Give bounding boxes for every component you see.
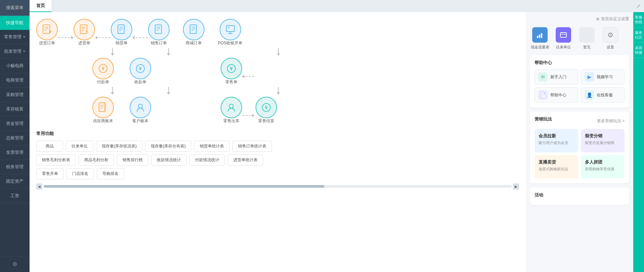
sales-icon[interactable] (111, 19, 132, 40)
retail-settle-icon[interactable]: ¥ (256, 97, 277, 118)
marketing-fission[interactable]: 裂变分销 裂变式发展分销商 (581, 129, 625, 152)
receipt-icon[interactable]: ¥ (130, 58, 151, 79)
quick-icon-units[interactable]: 往来单位 (553, 27, 573, 50)
settings-label: 设置 (607, 45, 614, 50)
sidebar-item-ecommerce-mgmt[interactable]: 电商管理 (0, 73, 30, 88)
func-btn-purchase-stat[interactable]: 进货单统计表 (228, 154, 263, 166)
func-btn-sales-stat[interactable]: 销货单统计表 (194, 141, 230, 152)
node-sales: 销货单 (111, 19, 132, 46)
node-purchase-order: 进货订单 (36, 19, 58, 46)
purchase-label: 进货单 (78, 40, 90, 46)
sidebar-item-assets[interactable]: 固定资产 (0, 174, 30, 189)
sidebar-item-purchase[interactable]: 采购管理 (0, 88, 30, 102)
func-btn-retail-order[interactable]: 零售开单 (36, 168, 64, 179)
payment-icon[interactable]: ¥ (92, 58, 114, 79)
func-btn-stock2[interactable]: 现存量(库存分布表) (145, 141, 191, 152)
receipt-label: 收款单 (134, 79, 146, 85)
flow-diagram: 进货订单 进货单 (36, 19, 519, 124)
gear-icon: ⚙ (596, 17, 600, 21)
purchase-icon[interactable] (74, 19, 95, 40)
help-item-beginner[interactable]: ✉ 新手入门 (535, 69, 578, 85)
node-customer-book: 客户账本 (130, 97, 151, 124)
right-panel: ⚙ 首页自定义设置 现金流量表 往来单位 (526, 12, 633, 272)
sidebar-item-salary[interactable]: 工资 (0, 189, 30, 203)
purchase-order-icon[interactable] (36, 19, 58, 40)
cashflow-label: 现金流量表 (531, 45, 549, 50)
settings-icon[interactable]: ⚙ (0, 256, 30, 272)
marketing-member-sub: 吸引用户成为会员 (539, 140, 574, 145)
func-btn-stock1[interactable]: 现存量(库存状况表) (96, 141, 142, 152)
rs-customer-service[interactable]: 客服热线 (633, 12, 644, 28)
none-icon (579, 27, 595, 43)
svg-rect-21 (226, 26, 234, 32)
svg-rect-40 (537, 36, 538, 38)
func-btn-payment-stat[interactable]: 付款情况统计 (189, 154, 225, 166)
svg-text:¥: ¥ (139, 66, 142, 71)
scroll-left-btn[interactable]: ◀ (36, 183, 42, 189)
purchase-order-label: 进货订单 (39, 40, 55, 46)
sidebar-item-retail[interactable]: 零售管理 ▼ (0, 30, 30, 44)
sidebar-item-wholesale[interactable]: 批发管理 ▼ (0, 44, 30, 59)
customize-label: 首页自定义设置 (601, 16, 629, 22)
help-item-help[interactable]: 📄 帮助中心 (535, 87, 578, 103)
supplier-book-icon[interactable] (92, 97, 114, 118)
activities-card: 活动 (530, 187, 629, 205)
vc-shop (258, 48, 298, 56)
retail-out-icon[interactable] (221, 97, 242, 118)
help-icon: 📄 (538, 90, 548, 100)
sidebar-item-invoice[interactable]: 发票管理 (0, 145, 30, 160)
sales-label: 销货单 (116, 40, 128, 46)
activities-title: 活动 (535, 192, 625, 198)
svg-rect-24 (228, 27, 230, 28)
more-marketing-link[interactable]: 更多营销玩法 > (597, 118, 625, 124)
marketing-group-sub: 拼团购物享受优惠 (585, 167, 620, 172)
scroll-track (44, 185, 512, 188)
expand-button[interactable]: ⤢ (637, 3, 641, 9)
quick-nav[interactable]: 快捷导航 (0, 16, 30, 30)
search-menu[interactable]: 搜索菜单 (0, 0, 30, 16)
customer-book-icon[interactable] (130, 97, 151, 118)
tab-home[interactable]: 首页 (30, 0, 52, 12)
marketing-group[interactable]: 多人拼团 拼团购物享受优惠 (581, 155, 625, 179)
marketing-live[interactable]: 直播卖货 场景式购物新玩法 (535, 155, 578, 179)
func-btn-goods-profit[interactable]: 商品毛利分析 (79, 154, 114, 166)
help-item-video[interactable]: ▶ 视频学习 (581, 69, 625, 85)
marketing-fission-sub: 裂变式发展分销商 (585, 140, 620, 145)
func-btn-guide-rank[interactable]: 导购排名 (97, 168, 124, 179)
sidebar-item-finance[interactable]: 资金管理 (0, 117, 30, 131)
retail-icon[interactable]: ¥ (221, 58, 242, 79)
rs-desktop[interactable]: 桌面快捷 (633, 43, 644, 58)
sidebar-item-tax[interactable]: 税务管理 (0, 160, 30, 174)
svg-point-36 (138, 104, 142, 108)
func-btn-sales-rank[interactable]: 销售排行榜 (117, 154, 148, 166)
scroll-right-btn[interactable]: ▶ (513, 183, 519, 189)
help-label: 帮助中心 (550, 92, 566, 98)
pos-icon[interactable] (220, 19, 241, 40)
func-btn-sales-profit[interactable]: 销售毛利分析表 (36, 154, 76, 166)
supplier-book-label: 供应商账本 (93, 118, 113, 124)
help-grid: ✉ 新手入门 ▶ 视频学习 📄 帮助中心 👤 在线客服 (535, 69, 625, 103)
scroll-thumb (44, 185, 324, 188)
node-retail-out: 零售出库 (221, 97, 242, 124)
quick-icon-none[interactable]: 暂无 (577, 27, 597, 50)
func-btn-receipt-stat[interactable]: 收款情况统计 (151, 154, 187, 166)
marketing-member[interactable]: 会员拉新 吸引用户成为会员 (535, 129, 578, 152)
rs-community[interactable]: 服务社区 (633, 28, 644, 43)
service-icon: 👤 (585, 90, 594, 100)
func-btn-sales-order-stat[interactable]: 销售订单统计表 (232, 141, 272, 152)
quick-icon-cashflow[interactable]: 现金流量表 (530, 27, 550, 50)
sales-order-icon[interactable] (148, 19, 170, 40)
svg-rect-13 (155, 25, 162, 34)
shop-order-icon[interactable] (183, 19, 204, 40)
sidebar-item-ecommerce-small[interactable]: 小畅电商 (0, 59, 30, 73)
sidebar-item-ledger[interactable]: 总账管理 (0, 131, 30, 145)
func-btn-units[interactable]: 往来单位 (66, 141, 93, 152)
func-btn-goods[interactable]: 商品 (36, 141, 63, 152)
func-btn-store-rank[interactable]: 门店排名 (66, 168, 94, 179)
help-item-service[interactable]: 👤 在线客服 (581, 87, 625, 103)
main: 首页 ⤢ 进货订单 (30, 0, 644, 272)
sidebar-item-inventory[interactable]: 库存核算 (0, 102, 30, 117)
customize-link[interactable]: ⚙ 首页自定义设置 (530, 16, 629, 22)
marketing-fission-title: 裂变分销 (585, 133, 620, 139)
quick-icon-settings[interactable]: ⚙ 设置 (600, 27, 620, 50)
